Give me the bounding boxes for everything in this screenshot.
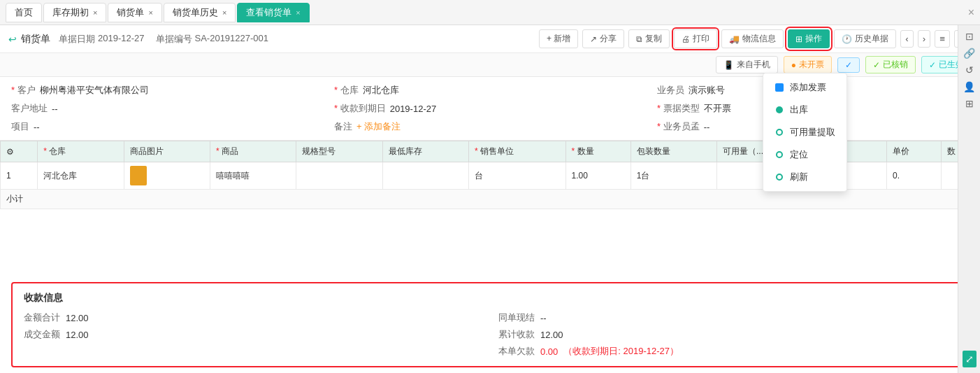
truck-icon: 🚚 — [729, 34, 740, 44]
square-icon — [774, 83, 784, 92]
doc-meta: 单据日期 2019-12-27 单据编号 SA-20191227-001 — [59, 33, 268, 45]
transaction-value: 12.00 — [66, 330, 89, 340]
cell-quantity: 1.00 — [565, 162, 630, 190]
checked-button[interactable]: ✓ — [837, 57, 860, 73]
not-open-button[interactable]: ● 未开票 — [784, 56, 832, 73]
circle-filled-icon — [774, 105, 784, 115]
logistics-label: 物流信息 — [742, 33, 776, 45]
col-product: * 商品 — [210, 141, 296, 162]
address-value: -- — [52, 104, 58, 114]
tab-inventory-label: 库存期初 — [52, 6, 89, 19]
dropdown-available-pickup[interactable]: 可用量提取 — [763, 121, 846, 143]
tab-view-sales-close[interactable]: × — [296, 8, 300, 17]
tab-view-sales-label: 查看销货单 — [246, 6, 291, 19]
prev-button[interactable]: ‹ — [900, 30, 913, 48]
sidebar-icon-4[interactable]: 👤 — [963, 81, 975, 92]
due-date-value: 2019-12-27 — [390, 104, 437, 114]
tab-inventory[interactable]: 库存期初 × — [43, 3, 106, 22]
doc-title-section: ↩ 销货单 — [8, 33, 50, 45]
operation-button[interactable]: ⊞ 操作 — [788, 29, 830, 48]
sold-badge: ✓ 已核销 — [865, 56, 916, 73]
customer-field: 客户 柳州粤港平安气体有限公司 — [11, 84, 323, 97]
outstanding-label: 本单欠款 — [498, 345, 535, 358]
effective-icon: ✓ — [929, 60, 936, 70]
history-button[interactable]: 🕐 历史单据 — [834, 29, 896, 48]
sold-label: 已核销 — [883, 59, 908, 71]
dropdown-refresh[interactable]: 刷新 — [763, 166, 846, 188]
customer-value: 柳州粤港平安气体有限公司 — [40, 84, 149, 97]
sidebar-icon-5[interactable]: ⊞ — [965, 98, 974, 109]
right-sidebar: ⊡ 🔗 ↺ 👤 ⊞ ⤢ — [958, 25, 980, 373]
ticket-type-label: 票据类型 — [657, 102, 700, 115]
subtotal-row: 小计 — [1, 190, 980, 209]
sidebar-icon-2[interactable]: 🔗 — [963, 48, 975, 59]
copy-button[interactable]: ⧉ 复制 — [628, 29, 670, 48]
subtotal-label: 小计 — [1, 190, 980, 209]
payment-grid: 金额合计 12.00 成交金额 12.00 同单现结 -- 累计收款 — [24, 311, 956, 358]
operation-label: 操作 — [805, 33, 822, 45]
share-button[interactable]: ↗ 分享 — [582, 29, 624, 48]
main-content: ↩ 销货单 单据日期 2019-12-27 单据编号 SA-20191227-0… — [0, 25, 980, 373]
amount-value: 12.00 — [66, 313, 89, 323]
due-date-label: 收款到期日 — [334, 102, 386, 115]
address-label: 客户地址 — [11, 102, 48, 115]
col-warehouse: * 仓库 — [38, 141, 124, 162]
next-button[interactable]: › — [918, 30, 930, 48]
tab-sales-close[interactable]: × — [148, 8, 152, 17]
tab-home[interactable]: 首页 — [6, 3, 42, 22]
circle-outline-icon-1 — [774, 127, 784, 137]
logistics-button[interactable]: 🚚 物流信息 — [721, 29, 784, 48]
payment-right: 同单现结 -- 累计收款 12.00 本单欠款 0.00 （收款到期日: 201… — [498, 311, 956, 358]
sidebar-icon-3[interactable]: ↺ — [965, 64, 974, 76]
check-icon: ✓ — [845, 60, 852, 70]
payment-left: 金额合计 12.00 成交金额 12.00 — [24, 311, 482, 358]
col-pack-qty: 包装数量 — [630, 141, 716, 162]
col-price: 单价 — [887, 141, 942, 162]
share-icon: ↗ — [590, 34, 597, 44]
tab-inventory-close[interactable]: × — [93, 8, 97, 17]
cell-min-stock — [382, 162, 468, 190]
tab-home-label: 首页 — [15, 6, 33, 19]
doc-number: 单据编号 SA-20191227-001 — [156, 33, 269, 45]
dropdown-outbound[interactable]: 出库 — [763, 99, 846, 121]
from-phone-label: 来自手机 — [737, 59, 770, 71]
tab-sales-history-close[interactable]: × — [222, 8, 226, 17]
outstanding-row: 本单欠款 0.00 （收款到期日: 2019-12-27） — [498, 345, 956, 358]
operation-dropdown: 添加发票 出库 可用量提取 定位 刷新 — [763, 73, 847, 192]
salesperson-label: 业务员 — [657, 84, 684, 97]
check-circle-icon: ✓ — [873, 60, 880, 70]
cumulative-value: 12.00 — [540, 330, 563, 340]
history-icon: 🕐 — [842, 34, 852, 44]
share-label: 分享 — [600, 33, 617, 45]
cumulative-label: 累计收款 — [498, 328, 535, 341]
locate-label: 定位 — [790, 148, 808, 161]
ticket-type-value: 不开票 — [704, 102, 731, 115]
from-phone-button[interactable]: 📱 来自手机 — [716, 56, 778, 73]
customer-label: 客户 — [11, 84, 36, 97]
circle-outline-icon-2 — [774, 150, 784, 160]
sidebar-icon-1[interactable]: ⊡ — [965, 31, 974, 42]
tab-sales[interactable]: 销货单 × — [108, 3, 161, 22]
doc-actions: + 新增 ↗ 分享 ⧉ 复制 🖨 打印 🚚 物流信息 — [539, 29, 972, 48]
doc-title-text: 销货单 — [21, 33, 50, 45]
doc-date: 单据日期 2019-12-27 — [59, 33, 145, 45]
not-open-label: 未开票 — [799, 59, 824, 71]
sidebar-expand-icon[interactable]: ⤢ — [963, 351, 977, 367]
note-field: 备注 + 添加备注 — [334, 120, 646, 133]
view-toggle-list[interactable]: ≡ — [935, 30, 950, 48]
col-quantity: * 数量 — [565, 141, 630, 162]
project-field: 项目 -- — [11, 120, 323, 133]
dropdown-add-invoice[interactable]: 添加发票 — [763, 76, 846, 99]
print-button[interactable]: 🖨 打印 — [674, 29, 717, 48]
dropdown-locate[interactable]: 定位 — [763, 143, 846, 166]
doc-date-value: 2019-12-27 — [98, 33, 145, 45]
project-value: -- — [34, 122, 40, 132]
copy-label: 复制 — [645, 33, 662, 45]
transaction-label: 成交金额 — [24, 328, 60, 341]
new-button[interactable]: + 新增 — [539, 29, 578, 48]
add-note-button[interactable]: + 添加备注 — [356, 120, 401, 133]
tab-view-sales[interactable]: 查看销货单 × — [237, 3, 309, 22]
tab-sales-history[interactable]: 销货单历史 × — [164, 3, 236, 22]
window-close-button[interactable]: × — [968, 6, 974, 19]
col-settings[interactable]: ⚙ — [1, 141, 38, 162]
